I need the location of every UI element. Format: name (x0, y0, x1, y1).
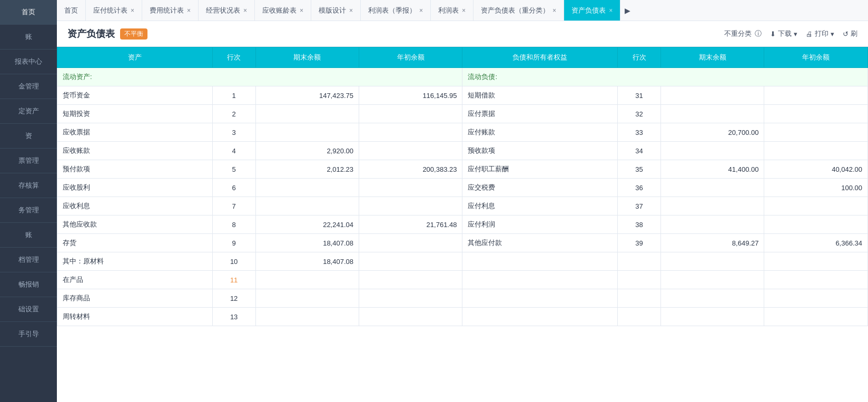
right-end-balance[interactable] (661, 179, 764, 197)
refresh-button[interactable]: ↺ 刷 (843, 29, 857, 38)
tab-template-design[interactable]: 模版设计 × (311, 0, 361, 21)
left-end-balance[interactable] (255, 308, 359, 326)
close-tab-receivables-aging[interactable]: × (300, 7, 303, 14)
sidebar-item-account[interactable]: 账 (0, 223, 57, 248)
left-begin-balance[interactable] (359, 289, 462, 308)
right-begin-balance[interactable] (764, 197, 868, 215)
right-label[interactable]: 应付利息 (462, 197, 618, 215)
right-begin-balance[interactable] (764, 215, 868, 234)
left-begin-balance[interactable] (359, 105, 462, 123)
right-label[interactable]: 短期借款 (462, 86, 618, 105)
left-end-balance[interactable] (255, 105, 359, 123)
tab-scroll-right[interactable]: ▶ (620, 6, 635, 15)
left-label[interactable]: 库存商品 (57, 289, 213, 308)
left-end-balance[interactable]: 22,241.04 (255, 215, 359, 234)
left-end-balance[interactable]: 2,920.00 (255, 142, 359, 160)
left-begin-balance[interactable] (359, 308, 462, 326)
right-end-balance[interactable] (661, 289, 764, 308)
tab-operations[interactable]: 经营状况表 × (199, 0, 255, 21)
print-button[interactable]: 🖨 打印 ▾ (806, 29, 834, 38)
left-end-balance[interactable]: 18,407.08 (255, 252, 359, 271)
right-begin-balance[interactable] (764, 123, 868, 142)
download-button[interactable]: ⬇ 下载 ▾ (770, 29, 797, 38)
close-tab-template-design[interactable]: × (349, 7, 353, 14)
right-label[interactable]: 应付利润 (462, 215, 618, 234)
right-label[interactable]: 应付账款 (462, 123, 618, 142)
close-tab-payable-stats[interactable]: × (131, 7, 134, 14)
tab-balance-reclassified[interactable]: 资产负债表（重分类） × (474, 0, 564, 21)
right-begin-balance[interactable] (764, 289, 868, 308)
left-begin-balance[interactable]: 200,383.23 (359, 160, 462, 179)
tab-expense-stats[interactable]: 费用统计表 × (142, 0, 199, 21)
left-end-balance[interactable] (255, 123, 359, 142)
tab-payable-stats[interactable]: 应付统计表 × (86, 0, 142, 21)
no-reclassify-button[interactable]: 不重分类 ⓘ (724, 29, 762, 38)
left-label[interactable]: 短期投资 (57, 105, 213, 123)
right-end-balance[interactable] (661, 86, 764, 105)
left-label[interactable]: 在产品 (57, 271, 213, 289)
left-end-balance[interactable]: 2,012.23 (255, 160, 359, 179)
sidebar-item-fixed-assets[interactable]: 定资产 (0, 99, 57, 124)
close-tab-balance-reclassified[interactable]: × (553, 7, 556, 14)
left-end-balance[interactable] (255, 197, 359, 215)
close-tab-operations[interactable]: × (243, 7, 247, 14)
sidebar-item-ledger[interactable]: 账 (0, 25, 57, 50)
right-end-balance[interactable] (661, 197, 764, 215)
tab-home[interactable]: 首页 (57, 0, 86, 21)
left-begin-balance[interactable] (359, 179, 462, 197)
left-end-balance[interactable] (255, 179, 359, 197)
sidebar-item-archive[interactable]: 档管理 (0, 248, 57, 272)
right-label[interactable] (462, 289, 618, 308)
sidebar-item-settings[interactable]: 础设置 (0, 297, 57, 322)
tab-balance[interactable]: 资产负债表 × (564, 0, 620, 21)
sidebar-item-fund-management[interactable]: 金管理 (0, 74, 57, 99)
left-end-balance[interactable]: 18,407.08 (255, 234, 359, 252)
left-label[interactable]: 其他应收款 (57, 215, 213, 234)
left-begin-balance[interactable] (359, 271, 462, 289)
right-label[interactable] (462, 252, 618, 271)
right-label[interactable]: 应付票据 (462, 105, 618, 123)
left-begin-balance[interactable] (359, 142, 462, 160)
right-begin-balance[interactable] (764, 86, 868, 105)
right-begin-balance[interactable] (764, 308, 868, 326)
left-label[interactable]: 应收账款 (57, 142, 213, 160)
left-label[interactable]: 应收利息 (57, 197, 213, 215)
sidebar-item-home[interactable]: 首页 (0, 0, 57, 25)
right-label[interactable]: 应交税费 (462, 179, 618, 197)
close-tab-income-quarterly[interactable]: × (419, 7, 423, 14)
left-begin-balance[interactable] (359, 234, 462, 252)
right-begin-balance[interactable] (764, 252, 868, 271)
left-label[interactable]: 应收票据 (57, 123, 213, 142)
right-end-balance[interactable] (661, 252, 764, 271)
right-end-balance[interactable]: 20,700.00 (661, 123, 764, 142)
left-label[interactable]: 应收股利 (57, 179, 213, 197)
left-begin-balance[interactable] (359, 123, 462, 142)
right-begin-balance[interactable]: 100.00 (764, 179, 868, 197)
right-label[interactable]: 应付职工薪酬 (462, 160, 618, 179)
right-label[interactable] (462, 308, 618, 326)
right-label[interactable]: 预收款项 (462, 142, 618, 160)
left-begin-balance[interactable]: 116,145.95 (359, 86, 462, 105)
right-begin-balance[interactable]: 40,042.00 (764, 160, 868, 179)
sidebar-item-guide[interactable]: 手引导 (0, 322, 57, 347)
right-end-balance[interactable] (661, 215, 764, 234)
right-end-balance[interactable]: 41,400.00 (661, 160, 764, 179)
right-end-balance[interactable] (661, 271, 764, 289)
right-end-balance[interactable] (661, 105, 764, 123)
right-end-balance[interactable]: 8,649.27 (661, 234, 764, 252)
tab-income-quarterly[interactable]: 利润表（季报） × (361, 0, 431, 21)
right-label[interactable] (462, 271, 618, 289)
left-label[interactable]: 存货 (57, 234, 213, 252)
close-tab-expense-stats[interactable]: × (187, 7, 191, 14)
tab-receivables-aging[interactable]: 应收账龄表 × (255, 0, 311, 21)
left-begin-balance[interactable] (359, 197, 462, 215)
right-label[interactable]: 其他应付款 (462, 234, 618, 252)
sidebar-item-report-center[interactable]: 报表中心 (0, 50, 57, 74)
right-begin-balance[interactable]: 6,366.34 (764, 234, 868, 252)
sidebar-item-investment[interactable]: 资 (0, 124, 57, 149)
right-end-balance[interactable] (661, 308, 764, 326)
sidebar-item-tax-management[interactable]: 务管理 (0, 198, 57, 223)
left-end-balance[interactable]: 147,423.75 (255, 86, 359, 105)
close-tab-balance[interactable]: × (609, 7, 613, 14)
left-label[interactable]: 周转材料 (57, 308, 213, 326)
